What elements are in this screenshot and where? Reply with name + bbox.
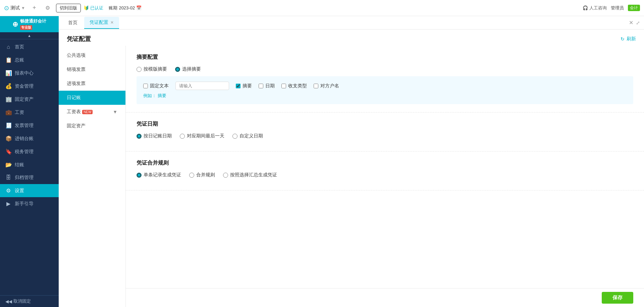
merge-single-option[interactable]: 单条记录生成凭证 bbox=[137, 172, 181, 178]
payroll-icon: 💼 bbox=[5, 109, 11, 116]
calendar-icon[interactable]: 📅 bbox=[136, 5, 142, 10]
sidebar-item-purchase[interactable]: 📦 进销台账 bbox=[0, 132, 59, 145]
user-button[interactable]: 管理员 bbox=[611, 5, 624, 11]
checkbox-counterparty[interactable]: 对方户名 bbox=[314, 83, 339, 89]
workspace-selector[interactable]: ⊙ 测试 ▼ bbox=[4, 4, 25, 12]
certified-icon: 🔰 bbox=[84, 5, 89, 10]
certified-status: 🔰 已认证 bbox=[84, 5, 103, 11]
sidebar-item-closing[interactable]: 📂 结账 bbox=[0, 158, 59, 171]
sidebar-item-home[interactable]: ⌂ 首页 bbox=[0, 41, 59, 53]
bottom-bar: 保存 bbox=[126, 288, 644, 307]
merge-rule-option[interactable]: 合并规则 bbox=[189, 172, 215, 178]
summary-template-option[interactable]: 按模版摘要 bbox=[137, 66, 167, 72]
date-checkbox[interactable] bbox=[259, 84, 263, 88]
tab-close-window-button[interactable]: ✕ bbox=[629, 19, 633, 26]
sidebar-item-label: 发票管理 bbox=[15, 123, 34, 129]
summary-select-option[interactable]: 选择摘要 bbox=[175, 66, 201, 72]
left-nav-purchase-invoice[interactable]: 进项发票 bbox=[59, 77, 125, 91]
save-button[interactable]: 保存 bbox=[602, 292, 633, 304]
sidebar-item-settings[interactable]: ⚙ 设置 bbox=[0, 184, 59, 197]
purchase-icon: 📦 bbox=[5, 135, 11, 142]
left-nav-payroll-table-label: 工资表 bbox=[67, 109, 81, 115]
sidebar-item-payroll[interactable]: 💼 工资 bbox=[0, 106, 59, 119]
checkbox-fixed-text[interactable]: 固定文本 bbox=[143, 83, 169, 89]
sidebar-item-report[interactable]: 📊 报表中心 bbox=[0, 67, 59, 80]
tab-voucher-config-label: 凭证配置 bbox=[90, 19, 108, 26]
left-nav-public[interactable]: 公共选项 bbox=[59, 48, 125, 62]
capital-icon: 💰 bbox=[5, 83, 11, 89]
date-custom-label: 自定义日期 bbox=[239, 133, 263, 139]
add-button[interactable]: + bbox=[29, 3, 40, 12]
date-radio-group: 按日记账日期 对应期间最后一天 自定义日期 bbox=[137, 133, 633, 139]
refresh-button[interactable]: ↻ 刷新 bbox=[621, 36, 636, 42]
headset-icon: 🎧 bbox=[583, 5, 588, 10]
sidebar: ⊕ 畅捷通好会计 专业版 ▲ ⌂ 首页 📋 总账 📊 报表中心 💰 资金管理 bbox=[0, 16, 59, 307]
summary-checkbox-row: 固定文本 摘要 日期 bbox=[143, 82, 627, 90]
sidebar-item-label: 总账 bbox=[15, 57, 24, 63]
pin-icon: ◀◀ bbox=[5, 299, 12, 304]
guide-icon: ▶ bbox=[5, 201, 11, 207]
settings-button[interactable]: ⚙ bbox=[42, 4, 53, 12]
tab-actions: ✕ ⤢ bbox=[629, 19, 640, 26]
sidebar-item-label: 设置 bbox=[15, 188, 24, 194]
summary-section: 摘要配置 按模版摘要 选择摘要 bbox=[126, 46, 644, 113]
old-version-button[interactable]: 切到旧版 bbox=[56, 4, 81, 12]
left-nav-fixed-assets[interactable]: 固定资产 bbox=[59, 119, 125, 133]
date-section: 凭证日期 按日记账日期 对应期间最后一天 bbox=[126, 113, 644, 151]
income-type-checkbox[interactable] bbox=[281, 84, 286, 88]
date-custom-option[interactable]: 自定义日期 bbox=[232, 133, 263, 139]
date-journal-radio[interactable] bbox=[137, 134, 142, 139]
sidebar-item-label: 结账 bbox=[15, 162, 24, 168]
summary-panel: 固定文本 摘要 日期 bbox=[137, 76, 633, 104]
left-nav-public-label: 公共选项 bbox=[67, 52, 86, 58]
role-badge[interactable]: 会计 bbox=[628, 5, 640, 11]
refresh-label: 刷新 bbox=[627, 36, 636, 42]
sidebar-item-label: 进销台账 bbox=[15, 136, 34, 142]
left-nav-journal[interactable]: 日记账 bbox=[59, 91, 125, 105]
sidebar-item-label: 归档管理 bbox=[15, 175, 34, 181]
sidebar-item-archive[interactable]: 🗄 归档管理 bbox=[0, 171, 59, 184]
period-display: 账期 2023-02 📅 bbox=[109, 5, 142, 11]
sidebar-item-ledger[interactable]: 📋 总账 bbox=[0, 53, 59, 67]
workspace-chevron-icon[interactable]: ▼ bbox=[21, 6, 25, 10]
sidebar-item-assets[interactable]: 🏢 固定资产 bbox=[0, 93, 59, 106]
cancel-fixed-button[interactable]: ◀◀ 取消固定 bbox=[0, 295, 59, 307]
counterparty-label: 对方户名 bbox=[320, 83, 339, 89]
date-journal-option[interactable]: 按日记账日期 bbox=[137, 133, 172, 139]
tab-home[interactable]: 首页 bbox=[63, 17, 83, 29]
topbar-right: 🎧 人工咨询 管理员 会计 bbox=[583, 5, 640, 11]
summary-checkbox[interactable] bbox=[236, 84, 240, 88]
tab-close-icon[interactable]: ✕ bbox=[110, 20, 114, 25]
merge-select-radio[interactable] bbox=[223, 173, 228, 178]
left-nav-payroll-table[interactable]: 工资表 NEW ▼ bbox=[59, 105, 125, 119]
checkbox-income-type[interactable]: 收支类型 bbox=[281, 83, 307, 89]
merge-single-radio[interactable] bbox=[137, 173, 142, 178]
summary-select-radio[interactable] bbox=[175, 67, 180, 72]
sidebar-item-guide[interactable]: ▶ 新手引导 bbox=[0, 197, 59, 210]
merge-select-option[interactable]: 按照选择汇总生成凭证 bbox=[223, 172, 277, 178]
date-period-last-option[interactable]: 对应期间最后一天 bbox=[180, 133, 224, 139]
summary-select-label: 选择摘要 bbox=[182, 66, 201, 72]
tab-voucher-config[interactable]: 凭证配置 ✕ bbox=[84, 17, 119, 29]
page-header: 凭证配置 ↻ 刷新 bbox=[59, 30, 644, 46]
tab-expand-button[interactable]: ⤢ bbox=[636, 20, 640, 26]
merge-single-label: 单条记录生成凭证 bbox=[144, 172, 181, 178]
left-nav-fixed-assets-label: 固定资产 bbox=[67, 123, 86, 128]
sidebar-item-capital[interactable]: 💰 资金管理 bbox=[0, 80, 59, 93]
counterparty-checkbox[interactable] bbox=[314, 84, 318, 88]
date-custom-radio[interactable] bbox=[232, 134, 237, 139]
fixed-text-checkbox[interactable] bbox=[143, 84, 148, 88]
sidebar-item-tax[interactable]: 🔖 税务管理 bbox=[0, 145, 59, 158]
summary-template-radio[interactable] bbox=[137, 67, 142, 72]
fixed-text-input[interactable] bbox=[175, 82, 229, 90]
left-nav-sales-invoice[interactable]: 销项发票 bbox=[59, 62, 125, 77]
merge-rule-radio[interactable] bbox=[189, 173, 194, 178]
sidebar-scroll-up[interactable]: ▲ bbox=[0, 32, 59, 39]
date-period-last-radio[interactable] bbox=[180, 134, 185, 139]
sidebar-item-invoice[interactable]: 🧾 发票管理 bbox=[0, 119, 59, 132]
checkbox-summary[interactable]: 摘要 bbox=[236, 83, 252, 89]
help-button[interactable]: 🎧 人工咨询 bbox=[583, 5, 607, 11]
chevron-down-icon: ▼ bbox=[113, 109, 117, 115]
checkbox-date[interactable]: 日期 bbox=[259, 83, 275, 89]
home-icon: ⌂ bbox=[5, 44, 11, 50]
